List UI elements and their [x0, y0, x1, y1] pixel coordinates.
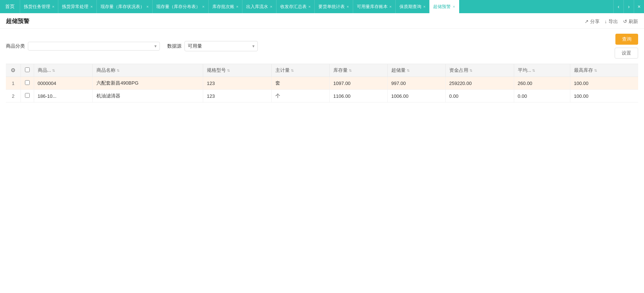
th-overstock[interactable]: 超储量 ⇅ — [387, 64, 445, 77]
page-title: 超储预警 — [6, 18, 29, 25]
nav-tab-close-icon[interactable]: × — [347, 4, 349, 9]
nav-tab-close-icon[interactable]: × — [90, 4, 92, 9]
nav-tab-tab-7[interactable]: 收发存汇总表× — [277, 0, 315, 13]
nav-tab-close-icon[interactable]: × — [52, 4, 54, 9]
nav-tab-tab-3[interactable]: 现存量（库存状况表）× — [97, 0, 153, 13]
th-product-code[interactable]: 商品... ⇅ — [34, 64, 93, 77]
row-product-name: 机油滤清器 — [93, 90, 203, 103]
nav-tab-label: 收发存汇总表 — [280, 4, 307, 10]
datasource-dropdown-icon: ▾ — [252, 44, 255, 49]
th-spec[interactable]: 规格型号 ⇅ — [203, 64, 272, 77]
row-product-code: 0000004 — [34, 77, 93, 90]
nav-tab-close-icon[interactable]: × — [389, 4, 392, 9]
th-max[interactable]: 最高库存 ⇅ — [570, 64, 638, 77]
refresh-button[interactable]: ↺ 刷新 — [623, 18, 638, 25]
nav-arrow-right[interactable]: › — [623, 0, 634, 13]
sort-max-icon: ⇅ — [594, 68, 597, 73]
table-body: 1 0000004 六配套新昌490BPG 123 套 1097.00 997.… — [6, 77, 638, 103]
nav-tab-close-icon[interactable]: × — [308, 4, 311, 9]
nav-tab-label: 出入库流水 — [246, 4, 268, 10]
table-row: 1 0000004 六配套新昌490BPG 123 套 1097.00 997.… — [6, 77, 638, 90]
page-header: 超储预警 ↗ 分享 ↓ 导出 ↺ 刷新 — [0, 13, 644, 29]
row-inventory: 1097.00 — [329, 77, 387, 90]
nav-home[interactable]: 首页 — [0, 0, 20, 13]
datasource-value: 可用量 — [188, 43, 202, 49]
row-overstock: 1006.00 — [387, 90, 445, 103]
nav-tab-tab-2[interactable]: 拣货异常处理× — [58, 0, 96, 13]
nav-tab-label: 要货单统计表 — [318, 4, 345, 10]
row-checkbox[interactable] — [25, 80, 30, 85]
filter-datasource-group: 数据源 可用量 ▾ — [167, 41, 258, 51]
th-avg[interactable]: 平均... ⇅ — [514, 64, 570, 77]
nav-tab-tab-11[interactable]: 超储预警× — [429, 0, 459, 13]
datasource-select[interactable]: 可用量 ▾ — [184, 41, 258, 51]
row-avg: 0.00 — [514, 90, 570, 103]
nav-tab-close-icon[interactable]: × — [202, 4, 204, 9]
th-product-name[interactable]: 商品名称 ⇅ — [93, 64, 203, 77]
nav-tab-tab-6[interactable]: 出入库流水× — [242, 0, 276, 13]
sort-spec-icon: ⇅ — [227, 68, 230, 73]
gear-icon[interactable]: ⚙ — [11, 67, 15, 73]
nav-tab-close-icon[interactable]: × — [146, 4, 149, 9]
row-inventory: 1106.00 — [329, 90, 387, 103]
nav-tab-tab-5[interactable]: 库存批次账× — [209, 0, 242, 13]
nav-tab-close-icon[interactable]: × — [453, 4, 455, 9]
nav-tab-tab-8[interactable]: 要货单统计表× — [315, 0, 353, 13]
filter-area: 商品分类 ▾ 数据源 可用量 ▾ 查询 设置 — [0, 29, 644, 64]
th-unit[interactable]: 主计量 ⇅ — [271, 64, 329, 77]
nav-arrow-left[interactable]: ‹ — [613, 0, 623, 13]
nav-tab-tab-10[interactable]: 保质期查询× — [396, 0, 429, 13]
filter-right-actions: 查询 设置 — [615, 34, 638, 59]
nav-tab-close-icon[interactable]: × — [270, 4, 272, 9]
export-label: 导出 — [608, 18, 618, 25]
settings-button[interactable]: 设置 — [615, 48, 638, 59]
nav-tab-tab-1[interactable]: 拣货任务管理× — [20, 0, 58, 13]
row-unit: 套 — [271, 77, 329, 90]
th-inventory[interactable]: 库存量 ⇅ — [329, 64, 387, 77]
nav-tab-close-icon[interactable]: × — [423, 4, 425, 9]
nav-tab-label: 超储预警 — [433, 4, 451, 10]
nav-tabs: 拣货任务管理×拣货异常处理×现存量（库存状况表）×现存量（库存分布表）×库存批次… — [20, 0, 459, 13]
query-button[interactable]: 查询 — [615, 34, 638, 45]
row-max-inventory: 100.00 — [570, 77, 638, 90]
nav-tab-label: 拣货异常处理 — [62, 4, 88, 10]
row-overstock: 997.00 — [387, 77, 445, 90]
nav-tab-tab-4[interactable]: 现存量（库存分布表）× — [153, 0, 208, 13]
row-index: 1 — [6, 77, 21, 90]
data-table: ⚙ 商品... ⇅ 商品名称 ⇅ — [6, 64, 638, 103]
sort-unit-icon: ⇅ — [291, 68, 294, 73]
category-select[interactable]: ▾ — [28, 42, 160, 51]
select-all-checkbox[interactable] — [25, 67, 30, 72]
nav-arrows: ‹ › × — [613, 0, 644, 13]
nav-arrow-more[interactable]: × — [634, 0, 644, 13]
table-container: ⚙ 商品... ⇅ 商品名称 ⇅ — [0, 64, 644, 103]
th-checkbox — [21, 64, 34, 77]
export-button[interactable]: ↓ 导出 — [605, 18, 618, 25]
export-icon: ↓ — [605, 19, 607, 24]
header-actions: ↗ 分享 ↓ 导出 ↺ 刷新 — [585, 18, 638, 25]
refresh-icon: ↺ — [623, 19, 627, 24]
nav-tab-close-icon[interactable]: × — [236, 4, 238, 9]
nav-tab-label: 现存量（库存状况表） — [100, 4, 144, 10]
row-spec: 123 — [203, 90, 272, 103]
table-header-row: ⚙ 商品... ⇅ 商品名称 ⇅ — [6, 64, 638, 77]
row-checkbox[interactable] — [25, 93, 30, 98]
nav-tab-label: 保质期查询 — [399, 4, 421, 10]
filter-category-group: 商品分类 ▾ — [6, 42, 160, 51]
th-capital[interactable]: 资金占用 ⇅ — [445, 64, 514, 77]
sort-product-name-icon: ⇅ — [117, 68, 120, 73]
table-row: 2 186-10... 机油滤清器 123 个 1106.00 1006.00 … — [6, 90, 638, 103]
top-navigation: 首页 拣货任务管理×拣货异常处理×现存量（库存状况表）×现存量（库存分布表）×库… — [0, 0, 644, 13]
share-button[interactable]: ↗ 分享 — [585, 18, 600, 25]
row-unit: 个 — [271, 90, 329, 103]
row-checkbox-cell — [21, 77, 34, 90]
nav-tab-tab-9[interactable]: 可用量库存账本× — [353, 0, 396, 13]
refresh-label: 刷新 — [629, 18, 638, 25]
category-dropdown-icon: ▾ — [154, 44, 157, 49]
share-label: 分享 — [590, 18, 600, 25]
datasource-label: 数据源 — [167, 43, 182, 49]
sort-overstock-icon: ⇅ — [407, 68, 410, 73]
sort-inventory-icon: ⇅ — [349, 68, 352, 73]
row-checkbox-cell — [21, 90, 34, 103]
row-max-inventory: 100.00 — [570, 90, 638, 103]
